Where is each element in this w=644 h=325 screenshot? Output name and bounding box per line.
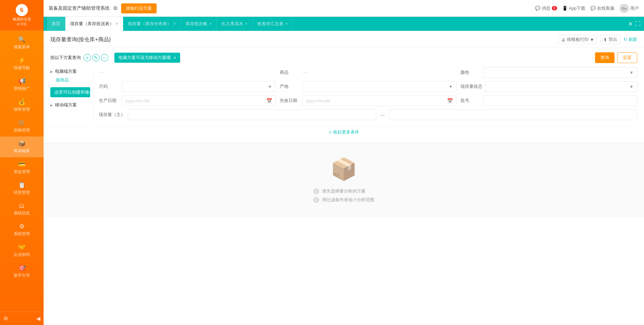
tab-inventory-dist-close[interactable]: × (173, 21, 176, 26)
sidebar-item-label-sales: 销售管理 (14, 107, 30, 112)
page-actions: 🖨 按模板打印 ▼ ⬆ 导出 ↻ 刷新 (558, 35, 638, 44)
sidebar-item-operations[interactable]: 📋 经营管理 (0, 178, 44, 199)
sidebar-item-label-enterprise: 企业协同 (14, 252, 30, 258)
purchase-icon: 🛒 (18, 119, 25, 126)
sidebar-item-label-system: 系统管理 (14, 231, 30, 237)
sidebar-item-finance[interactable]: 💳 资金管理 (0, 157, 44, 178)
expire-date-label: 失效日期 (280, 98, 300, 104)
refresh-btn[interactable]: ↻ 刷新 (624, 37, 637, 43)
inventory-qty-from[interactable] (128, 109, 376, 120)
tooltip2-container: 这里可以创建和修改方案哦 × (50, 87, 90, 97)
user-label: 用户 (630, 5, 639, 11)
color-select[interactable]: ▼ (483, 67, 637, 78)
tab-recv-send-summary-close[interactable]: × (285, 21, 288, 26)
tab-inventory-dist-label: 现存量（库存分布表） (128, 21, 171, 27)
tab-batch-account[interactable]: 库存批次账 × (181, 17, 217, 31)
expire-date-input[interactable]: yyyy-mm-dd 📅 (303, 95, 457, 106)
collapse-btn[interactable]: ∧ 收起更多条件 (50, 126, 637, 138)
message-btn[interactable]: 💬 消息 6 (535, 5, 557, 11)
empty-state-icon: 📦 (330, 157, 357, 182)
filter-action-btns: 查询 设置 (595, 52, 637, 63)
sidebar-item-search-menu[interactable]: 🔍 搜索菜单 (0, 33, 44, 53)
sidebar-item-label-finance: 资金管理 (14, 169, 30, 175)
inventory-qty-label: 现存量（主） (99, 112, 125, 118)
inventory-qty-to[interactable] (389, 109, 637, 120)
sidebar-item-system[interactable]: ⚙ 系统管理 (0, 219, 44, 240)
tooltip2-close[interactable]: × (109, 90, 112, 95)
sidebar-settings-btn[interactable]: ⚙ (3, 315, 8, 322)
inventory-qty-separator: — (379, 112, 386, 117)
tab-bar-right: ✕ ⛶ (625, 21, 641, 27)
batch-no-input[interactable] (483, 95, 637, 106)
topbar-gear-icon[interactable]: ⚙ (113, 5, 118, 11)
inventory-status-select[interactable]: ▼ (485, 81, 637, 92)
scheme-item-product-label: 接商品 (56, 77, 69, 83)
quick-nav-icon: ⚡ (18, 57, 25, 64)
sidebar-item-beginner[interactable]: 🎯 新手引导 (0, 261, 44, 282)
origin-select[interactable]: ▼ (303, 81, 457, 92)
tab-inventory-status[interactable]: 现存量（库存状况表） × (65, 17, 123, 31)
sidebar-item-basic-info[interactable]: 🗂 基础信息 (0, 199, 44, 219)
empty-step-1: 1 请先选择要分析的方案 (313, 187, 374, 196)
tab-home-label: 首页 (52, 21, 60, 27)
size-select[interactable]: ▼ (122, 81, 276, 92)
step-1-num: 1 (313, 188, 319, 194)
sidebar-item-enterprise[interactable]: 🤝 企业协同 (0, 240, 44, 261)
scheme-desktop[interactable]: ▶ 电脑端方案 (50, 67, 90, 76)
sidebar-item-label-purchase: 采购管理 (14, 127, 30, 133)
tooltip1-close[interactable]: × (173, 55, 176, 60)
sidebar-item-purchase[interactable]: 🛒 采购管理 (0, 116, 44, 137)
product-dots[interactable]: ··· (303, 69, 307, 75)
edit-scheme-btn[interactable]: ✎ (92, 54, 100, 61)
tooltip2-text: 这里可以创建和修改方案哦 (54, 89, 107, 95)
sidebar-item-label-marketing: 营销推广 (14, 86, 30, 92)
tab-batch-account-close[interactable]: × (209, 21, 212, 26)
sidebar-item-quick-nav[interactable]: ⚡ 快捷导航 (0, 53, 44, 74)
export-btn[interactable]: ⬆ 导出 (600, 35, 620, 44)
filter-fields-panel: ··· 商品 ··· 颜色 ▼ (94, 67, 637, 123)
tab-in-out-flow[interactable]: 出入库流水 × (217, 17, 253, 31)
marketing-icon: 📢 (18, 77, 25, 85)
origin-label: 产地 (280, 84, 300, 90)
scheme-mobile[interactable]: ▶ 移动端方案 (50, 101, 90, 109)
tab-inventory-dist[interactable]: 现存量（库存分布表） × (123, 17, 181, 31)
search-btn[interactable]: 查询 (595, 52, 614, 63)
tab-batch-account-label: 库存批次账 (185, 21, 207, 27)
sidebar-item-marketing[interactable]: 📢 营销推广 (0, 74, 44, 95)
filter-field-size: 尺码 ▼ (99, 81, 276, 92)
beginner-icon: 🎯 (18, 264, 25, 272)
app-download-btn[interactable]: 📱 App下载 (562, 5, 585, 11)
tab-home[interactable]: 首页 (47, 17, 65, 31)
setting-btn[interactable]: 设置 (617, 52, 637, 63)
trial-btn[interactable]: 体验行业方案 (121, 3, 157, 13)
add-scheme-btn[interactable]: + (84, 54, 91, 61)
tab-recv-send-summary[interactable]: 收发存汇总表 × (253, 17, 293, 31)
produce-date-input[interactable]: yyyy-mm-dd 📅 (122, 95, 276, 106)
sidebar-logo: 6 畅通好生意 标准版 (0, 0, 44, 31)
sidebar-item-sales[interactable]: 💰 销售管理 (0, 95, 44, 116)
tab-close-all-icon[interactable]: ✕ (628, 21, 633, 27)
tab-bar: 首页 现存量（库存状况表） × 现存量（库存分布表） × 库存批次账 × 出入库… (44, 17, 644, 31)
step-2-text: 用过滤条件来缩小分析范围 (322, 196, 374, 204)
sidebar-item-inventory[interactable]: 📦 库存核算 (0, 137, 44, 157)
tab-inventory-status-close[interactable]: × (116, 21, 118, 26)
avatar: Ea (620, 4, 629, 13)
online-service-btn[interactable]: 💬 在线客服 (590, 5, 614, 11)
app-download-label: App下载 (569, 5, 585, 11)
tab-fullscreen-icon[interactable]: ⛶ (635, 21, 641, 27)
scheme-mobile-label: 移动端方案 (55, 102, 77, 108)
basic-info-icon: 🗂 (19, 202, 25, 209)
enterprise-icon: 🤝 (18, 243, 25, 251)
filter-header: 按以下方案查询 + ✎ ← 电脑方案可设为移动方案哦 × 查询 设置 (50, 52, 637, 63)
print-btn[interactable]: 🖨 按模板打印 ▼ (558, 35, 597, 44)
back-scheme-btn[interactable]: ← (101, 54, 108, 61)
warehouse-dots[interactable]: ··· (99, 69, 103, 75)
finance-icon: 💳 (18, 161, 25, 168)
top-bar: 装备及固定资产辅助管理系统 ⚙ 体验行业方案 💬 消息 6 📱 App下载 💬 … (44, 0, 644, 17)
scheme-item-product[interactable]: 接商品 (56, 76, 90, 85)
tab-in-out-flow-close[interactable]: × (245, 21, 248, 26)
sidebar-collapse-btn[interactable]: ◀ (36, 315, 40, 322)
scheme-mobile-arrow: ▶ (50, 103, 53, 107)
page-content: 现存量查询(按仓库+商品) 🖨 按模板打印 ▼ ⬆ 导出 ↻ 刷新 (44, 31, 644, 325)
user-btn[interactable]: Ea 用户 (620, 4, 639, 13)
